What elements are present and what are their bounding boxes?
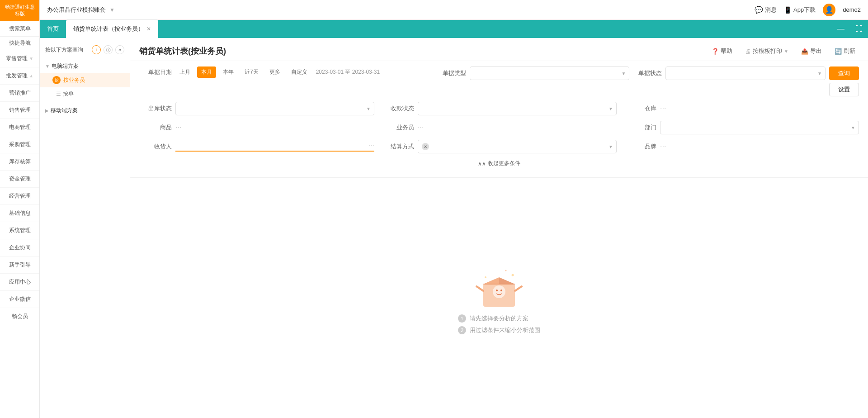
tab-maximize-btn[interactable]: ⛶	[850, 20, 868, 38]
message-btn[interactable]: 💬 消息	[755, 6, 777, 14]
sidebar-item-marketing[interactable]: 营销推广	[0, 85, 39, 102]
tab-sales-stats-label: 销货单统计表（按业务员）	[73, 25, 144, 33]
chevron-up-icon: ▲	[29, 73, 33, 78]
settings-btn[interactable]: 设置	[829, 83, 859, 96]
member-label: 畅会员	[12, 313, 28, 319]
dept-label: 部门	[624, 124, 660, 132]
sidebar-item-wholesale[interactable]: 批发管理 ▲	[0, 67, 39, 85]
logo-text: 畅捷通好生意 标版	[3, 4, 37, 18]
user-avatar[interactable]: 👤	[823, 4, 835, 16]
operations-label: 经营管理	[9, 193, 31, 199]
wholesale-label: 批发管理	[6, 72, 28, 79]
collapse-btn[interactable]: ∧∧ 收起更多条件	[139, 157, 859, 170]
doc-type-select[interactable]	[470, 66, 630, 80]
mobile-schemes-title[interactable]: ▶ 移动端方案	[40, 104, 130, 117]
doc-status-select[interactable]	[665, 66, 826, 80]
avatar-img: 👤	[825, 6, 834, 14]
sidebar-item-sales[interactable]: 销售管理	[0, 102, 39, 119]
username-label[interactable]: demo2	[843, 6, 861, 13]
collapse-up-icon: ∧∧	[478, 161, 486, 167]
help-btn[interactable]: ❓ 帮助	[708, 45, 736, 57]
sidebar-item-retail[interactable]: 零售管理 ▼	[0, 50, 39, 67]
main-area: 办公用品行业模拟账套 ▼ 💬 消息 📱 App下载 👤 demo2 首页 销货单…	[40, 0, 868, 418]
topbar-title: 办公用品行业模拟账套	[47, 6, 106, 14]
topbar-dropdown-icon[interactable]: ▼	[109, 7, 115, 13]
tab-home[interactable]: 首页	[40, 20, 66, 38]
print-btn[interactable]: 🖨 按模板打印 ▼	[741, 45, 792, 57]
topbar: 办公用品行业模拟账套 ▼ 💬 消息 📱 App下载 👤 demo2	[40, 0, 868, 20]
app-download-btn[interactable]: 📱 App下载	[784, 6, 816, 14]
svg-point-7	[493, 285, 505, 298]
doc-type-filter-cell: 单据类型 ▼	[434, 66, 630, 80]
sidebar-item-operations[interactable]: 经营管理	[0, 188, 39, 205]
help-icon: ❓	[712, 48, 719, 55]
desktop-schemes-title[interactable]: ▼ 电脑端方案	[40, 60, 130, 73]
sidebar-item-newbie[interactable]: 新手引导	[0, 256, 39, 274]
goods-dots[interactable]: ···	[175, 124, 181, 132]
date-btn-current-year[interactable]: 本年	[219, 66, 238, 78]
sidebar-search[interactable]: 搜索菜单	[0, 21, 39, 37]
scheme-by-staff-label: 按业务员	[63, 76, 85, 84]
finance-label: 资金管理	[9, 176, 31, 182]
content-area: 按以下方案查询 + « ▼ 电脑端方案 按 按业务员	[40, 38, 868, 418]
sidebar-item-member[interactable]: 畅会员	[0, 308, 39, 325]
sidebar-quicknav[interactable]: 快捷导航	[0, 37, 39, 50]
sidebar-item-ecommerce[interactable]: 电商管理	[0, 119, 39, 136]
doc-type-label: 单据类型	[434, 69, 470, 77]
brand-dots[interactable]: ···	[660, 142, 666, 151]
date-btn-custom[interactable]: 自定义	[287, 66, 311, 78]
ecommerce-label: 电商管理	[9, 124, 31, 130]
dept-select[interactable]	[660, 121, 859, 134]
consignee-filter-cell: ···	[175, 142, 374, 152]
mobile-icon: 📱	[784, 6, 792, 14]
sidebar-item-inventory[interactable]: 库存核算	[0, 153, 39, 171]
chevron-right-icon: ▼	[29, 56, 33, 61]
tab-sales-stats[interactable]: 销货单统计表（按业务员） ✕	[66, 20, 158, 38]
receipt-status-select[interactable]	[418, 102, 617, 115]
filter-row-2: 出库状态 ▼ 收款状态 ▼ 仓库 ···	[139, 102, 859, 115]
print-icon: 🖨	[745, 48, 751, 55]
query-btn[interactable]: 查询	[829, 66, 859, 80]
sidebar-item-system[interactable]: 系统管理	[0, 222, 39, 239]
refresh-btn[interactable]: 🔄 刷新	[831, 45, 859, 57]
basics-label: 基础信息	[9, 210, 31, 216]
payment-x-btn[interactable]: ✕	[422, 143, 429, 150]
page-title: 销货单统计表(按业务员)	[139, 46, 226, 57]
warehouse-dots[interactable]: ···	[660, 104, 666, 113]
sidebar-item-finance[interactable]: 资金管理	[0, 171, 39, 188]
sidebar-item-wechat[interactable]: 企业微信	[0, 291, 39, 308]
add-scheme-btn[interactable]: +	[92, 45, 101, 54]
tab-minimize-btn[interactable]: —	[832, 20, 850, 38]
tip-num-1: 1	[458, 314, 466, 323]
query-buttons: 查询 设置	[829, 66, 859, 96]
consignee-input[interactable]	[175, 142, 368, 149]
scheme-by-order[interactable]: ☰ 按单	[40, 87, 130, 100]
page-header: 销货单统计表(按业务员) ❓ 帮助 🖨 按模板打印 ▼ 📤 导出	[130, 38, 868, 61]
out-status-select[interactable]	[175, 102, 374, 115]
date-btn-last-month[interactable]: 上月	[175, 66, 194, 78]
sidebar-item-purchase[interactable]: 采购管理	[0, 136, 39, 153]
scheme-by-staff[interactable]: 按 按业务员	[40, 73, 130, 87]
tip-text-1: 请先选择要分析的方案	[470, 314, 528, 323]
collapse-panel-btn[interactable]: «	[115, 45, 124, 54]
tab-close-icon[interactable]: ✕	[146, 26, 151, 32]
export-btn[interactable]: 📤 导出	[797, 45, 826, 57]
date-btn-7days[interactable]: 近7天	[241, 66, 263, 78]
consignee-dots[interactable]: ···	[368, 142, 374, 150]
date-btn-current-month[interactable]: 本月	[197, 66, 216, 78]
edit-scheme-btn[interactable]	[104, 45, 113, 54]
purchase-label: 采购管理	[9, 141, 31, 147]
sidebar: 畅捷通好生意 标版 搜索菜单 快捷导航 零售管理 ▼ 批发管理 ▲ 营销推广 销…	[0, 0, 40, 418]
sidebar-item-enterprise[interactable]: 企业协同	[0, 239, 39, 256]
sidebar-logo[interactable]: 畅捷通好生意 标版	[0, 0, 39, 21]
staff-dots[interactable]: ···	[418, 124, 424, 132]
payment-select[interactable]: ✕	[418, 140, 617, 153]
date-btn-more[interactable]: 更多	[265, 66, 284, 78]
retail-label: 零售管理	[6, 55, 28, 62]
sidebar-item-basics[interactable]: 基础信息	[0, 205, 39, 222]
empty-state: 1 请先选择要分析的方案 2 用过滤条件来缩小分析范围	[130, 180, 868, 418]
mobile-section-arrow-icon: ▶	[45, 108, 49, 113]
doc-type-select-wrap: ▼	[470, 66, 630, 80]
sidebar-item-apps[interactable]: 应用中心	[0, 274, 39, 291]
staff-scheme-icon: 按	[52, 76, 61, 84]
